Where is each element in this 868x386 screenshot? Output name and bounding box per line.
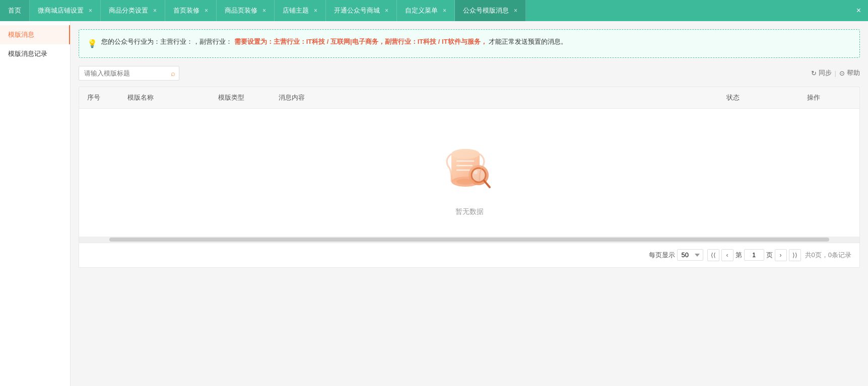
page-size-dropdown[interactable]: 50 10 20 100 [677, 249, 703, 261]
tab-product-decor-close[interactable]: × [262, 7, 266, 14]
pagination: 每页显示 50 10 20 100 ⟨⟨ ‹ 第 页 › ⟩⟩ [79, 243, 859, 267]
tab-custom-menu-label: 自定义菜单 [405, 6, 438, 15]
last-page-button[interactable]: ⟩⟩ [789, 249, 801, 261]
tab-custom-menu-close[interactable]: × [443, 7, 446, 14]
main-layout: 模版消息 模版消息记录 💡 您的公众号行业为：主营行业：，副营行业： 需要设置为… [0, 21, 868, 386]
tab-category-settings-label: 商品分类设置 [109, 6, 148, 15]
tab-home-decor-close[interactable]: × [205, 7, 208, 14]
tab-product-decor[interactable]: 商品页装修 × [217, 0, 275, 21]
tab-category-settings-close[interactable]: × [153, 7, 157, 14]
sync-button[interactable]: ↻ 同步 [811, 68, 832, 78]
page-size-select: 每页显示 50 10 20 100 [649, 249, 703, 261]
tab-template-msg-close[interactable]: × [514, 7, 517, 14]
tab-shop-settings[interactable]: 微商城店铺设置 × [30, 0, 101, 21]
notice-box: 💡 您的公众号行业为：主营行业：，副营行业： 需要设置为：主营行业：IT科技 /… [79, 29, 860, 58]
search-bar: ⌕ ↻ 同步 | ⊙ 帮助 [79, 66, 860, 81]
tab-product-decor-label: 商品页装修 [225, 6, 257, 15]
content-area: 💡 您的公众号行业为：主营行业：，副营行业： 需要设置为：主营行业：IT科技 /… [71, 21, 868, 386]
tab-shop-theme-label: 店铺主题 [283, 6, 309, 15]
tab-open-mall[interactable]: 开通公众号商城 × [326, 0, 397, 21]
tab-home-label: 首页 [8, 6, 21, 15]
search-input[interactable] [79, 66, 179, 81]
sidebar-item-template-msg[interactable]: 模版消息 [0, 25, 70, 44]
tab-shop-settings-close[interactable]: × [89, 7, 92, 14]
tab-template-msg[interactable]: 公众号模版消息 × [455, 0, 526, 21]
sync-icon: ↻ [811, 69, 817, 77]
notice-suffix: 才能正常发送预置的消息。 [489, 38, 567, 45]
table-header: 序号 模版名称 模版类型 消息内容 状态 操作 [79, 87, 859, 109]
sidebar-item-template-msg-record[interactable]: 模版消息记录 [0, 44, 70, 63]
svg-point-3 [451, 149, 480, 159]
empty-state: 暂无数据 [79, 109, 859, 237]
help-icon: ⊙ [839, 69, 845, 77]
notice-prefix: 您的公众号行业为：主营行业：，副营行业： [101, 38, 232, 45]
tab-shop-theme-close[interactable]: × [314, 7, 317, 14]
col-template-name: 模版名称 [119, 87, 210, 108]
search-right: ↻ 同步 | ⊙ 帮助 [811, 68, 860, 78]
col-action: 操作 [799, 87, 859, 108]
page-number-input[interactable] [744, 249, 764, 261]
page-unit-label: 页 [766, 251, 773, 260]
horizontal-scrollbar[interactable] [79, 237, 859, 243]
help-button[interactable]: ⊙ 帮助 [839, 68, 860, 78]
svg-point-12 [456, 179, 475, 185]
tab-shop-settings-label: 微商城店铺设置 [38, 6, 84, 15]
help-label: 帮助 [847, 68, 860, 78]
sync-label: 同步 [819, 68, 832, 78]
sidebar-item-template-msg-label: 模版消息 [8, 31, 34, 38]
tab-shop-theme[interactable]: 店铺主题 × [275, 0, 326, 21]
tab-home-decor-label: 首页装修 [173, 6, 199, 15]
scroll-thumb[interactable] [109, 238, 829, 242]
page-prefix-label: 第 [736, 251, 742, 260]
notice-text: 您的公众号行业为：主营行业：，副营行业： 需要设置为：主营行业：IT科技 / 互… [101, 37, 567, 47]
empty-text: 暂无数据 [455, 207, 484, 216]
search-left: ⌕ [79, 66, 179, 81]
page-total-label: 共0页，0条记录 [805, 251, 851, 260]
svg-line-10 [484, 181, 490, 187]
page-size-label: 每页显示 [649, 251, 675, 260]
data-table: 序号 模版名称 模版类型 消息内容 状态 操作 [79, 87, 860, 268]
search-input-wrap: ⌕ [79, 66, 179, 81]
search-icon[interactable]: ⌕ [171, 69, 175, 78]
tab-bar: 首页 微商城店铺设置 × 商品分类设置 × 首页装修 × 商品页装修 × 店铺主… [0, 0, 868, 21]
tab-custom-menu[interactable]: 自定义菜单 × [397, 0, 455, 21]
tab-open-mall-close[interactable]: × [385, 7, 388, 14]
col-msg-content: 消息内容 [271, 87, 718, 108]
tab-category-settings[interactable]: 商品分类设置 × [101, 0, 165, 21]
empty-illustration [439, 139, 500, 199]
tab-open-mall-label: 开通公众号商城 [334, 6, 380, 15]
col-index: 序号 [79, 87, 119, 108]
first-page-button[interactable]: ⟨⟨ [707, 249, 719, 261]
tab-template-msg-label: 公众号模版消息 [463, 6, 509, 15]
col-template-type: 模版类型 [210, 87, 271, 108]
svg-point-11 [474, 170, 478, 174]
sidebar: 模版消息 模版消息记录 [0, 21, 71, 386]
next-page-button[interactable]: › [775, 249, 787, 261]
tab-home[interactable]: 首页 [0, 0, 30, 21]
notice-highlight: 需要设置为：主营行业：IT科技 / 互联网|电子商务，副营行业：IT科技 / I… [234, 38, 487, 45]
tab-home-decor[interactable]: 首页装修 × [165, 0, 217, 21]
col-status: 状态 [718, 87, 799, 108]
notice-icon: 💡 [87, 37, 97, 50]
prev-page-button[interactable]: ‹ [721, 249, 733, 261]
page-nav: ⟨⟨ ‹ 第 页 › ⟩⟩ [707, 249, 801, 261]
sidebar-item-template-msg-record-label: 模版消息记录 [8, 50, 47, 57]
close-all-button[interactable]: × [849, 0, 868, 21]
divider: | [835, 69, 836, 77]
